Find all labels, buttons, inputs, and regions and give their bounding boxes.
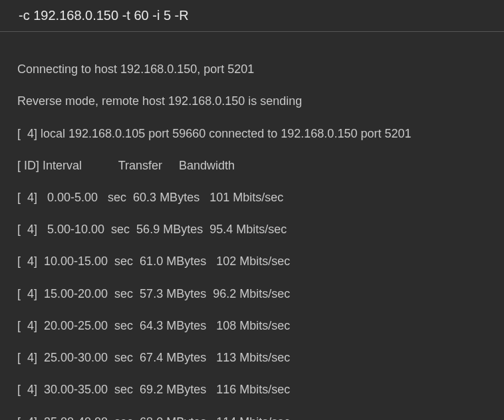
interval-row: [ 4] 25.00-30.00 sec 67.4 MBytes 113 Mbi… xyxy=(17,350,487,366)
interval-row: [ 4] 20.00-25.00 sec 64.3 MBytes 108 Mbi… xyxy=(17,318,487,334)
output-header: [ ID] Interval Transfer Bandwidth xyxy=(17,158,487,173)
interval-row: [ 4] 5.00-10.00 sec 56.9 MBytes 95.4 Mbi… xyxy=(17,221,487,237)
terminal-output: Connecting to host 192.168.0.150, port 5… xyxy=(0,32,504,420)
command-input[interactable]: -c 192.168.0.150 -t 60 -i 5 -R xyxy=(0,0,504,32)
output-line: [ 4] local 192.168.0.105 port 59660 conn… xyxy=(17,126,487,142)
interval-row: [ 4] 15.00-20.00 sec 57.3 MBytes 96.2 Mb… xyxy=(17,286,487,302)
output-line: Connecting to host 192.168.0.150, port 5… xyxy=(17,61,487,77)
interval-row: [ 4] 0.00-5.00 sec 60.3 MBytes 101 Mbits… xyxy=(17,189,487,205)
command-text: -c 192.168.0.150 -t 60 -i 5 -R xyxy=(19,8,189,23)
interval-row: [ 4] 35.00-40.00 sec 68.0 MBytes 114 Mbi… xyxy=(17,414,487,420)
interval-row: [ 4] 30.00-35.00 sec 69.2 MBytes 116 Mbi… xyxy=(17,381,487,397)
output-line: Reverse mode, remote host 192.168.0.150 … xyxy=(17,93,487,109)
interval-row: [ 4] 10.00-15.00 sec 61.0 MBytes 102 Mbi… xyxy=(17,253,487,269)
